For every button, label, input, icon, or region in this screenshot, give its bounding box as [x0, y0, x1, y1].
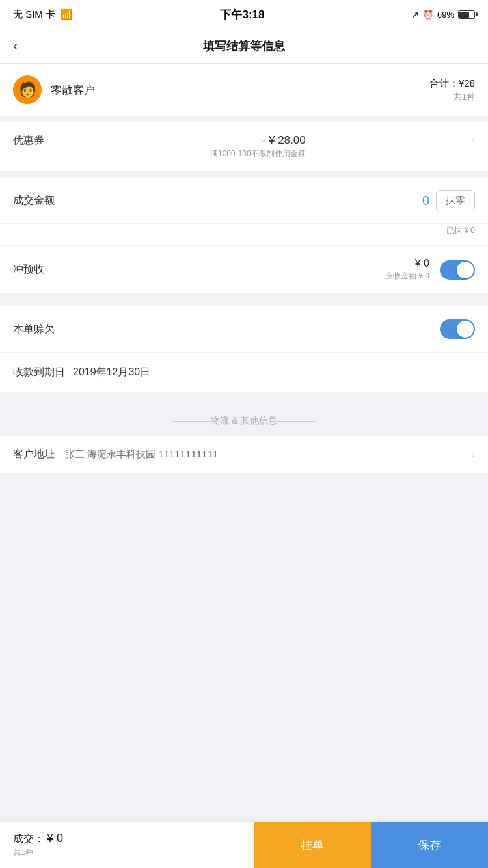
prepayment-row: 冲预收 ¥ 0 应收金额 ¥ 0 [0, 246, 488, 293]
address-value: 张三 海淀永丰科技园 11111111111 [65, 448, 461, 461]
prepayment-toggle[interactable] [440, 260, 475, 280]
divider-2 [0, 300, 488, 306]
avatar-icon: 🧑 [19, 81, 36, 98]
footer: 成交： ¥ 0 共1种 挂单 保存 [0, 821, 488, 868]
address-label: 客户地址 [13, 448, 55, 461]
footer-deal-label: 成交： [13, 832, 44, 846]
battery-icon [458, 10, 475, 19]
footer-info: 成交： ¥ 0 共1种 [0, 822, 254, 868]
prepayment-value: ¥ 0 [385, 258, 429, 269]
total-count: 共1种 [429, 91, 475, 103]
page-title: 填写结算等信息 [203, 38, 285, 54]
status-left: 无 SIM 卡 📶 [13, 8, 73, 21]
save-button[interactable]: 保存 [371, 822, 488, 868]
coupon-discount: - ¥ 28.00 [210, 134, 306, 147]
pending-button[interactable]: 挂单 [254, 822, 371, 868]
coupon-row[interactable]: 优惠券 - ¥ 28.00 满1000-100不限制使用金额 › [0, 122, 488, 172]
logistics-title: 物流 & 其他信息 [198, 415, 290, 427]
prepayment-label: 冲预收 [13, 263, 44, 277]
battery-percent: 69% [437, 10, 454, 20]
due-date-value: 2019年12月30日 [73, 366, 150, 379]
nav-bar: ‹ 填写结算等信息 [0, 29, 488, 64]
location-icon: ↗ [412, 10, 419, 20]
customer-left: 🧑 零散客户 [13, 75, 95, 104]
footer-count: 共1种 [13, 847, 241, 858]
deal-amount-row: 成交金额 0 抹零 [0, 178, 488, 224]
back-button[interactable]: ‹ [13, 35, 23, 57]
logistics-header: 物流 & 其他信息 [0, 405, 488, 436]
deal-label: 成交金额 [13, 194, 55, 208]
credit-toggle-knob [457, 321, 474, 338]
deal-right: 0 抹零 [410, 190, 475, 211]
coupon-chevron-icon: › [472, 134, 475, 146]
address-row[interactable]: 客户地址 张三 海淀永丰科技园 11111111111 › [0, 436, 488, 473]
credit-row: 本单赊欠 [0, 306, 488, 352]
carrier-label: 无 SIM 卡 [13, 8, 55, 21]
divider-1 [0, 172, 488, 178]
total-amount: 合计：¥28 [429, 77, 475, 90]
customer-row: 🧑 零散客户 合计：¥28 共1种 [0, 64, 488, 116]
due-date-label: 收款到期日 [13, 366, 65, 379]
deal-amount-value: 0 [410, 193, 429, 208]
credit-section: 本单赊欠 收款到期日 2019年12月30日 [0, 306, 488, 392]
footer-deal-amount: ¥ 0 [47, 832, 63, 845]
toggle-knob [457, 262, 474, 278]
status-right: ↗ ⏰ 69% [412, 10, 475, 20]
round-zero-button[interactable]: 抹零 [436, 190, 475, 211]
wifi-icon: 📶 [61, 8, 73, 20]
coupon-subtext: 满1000-100不限制使用金额 [210, 148, 306, 159]
coupon-section: 优惠券 - ¥ 28.00 满1000-100不限制使用金额 › [0, 122, 488, 172]
prepayment-subtext: 应收金额 ¥ 0 [385, 271, 429, 282]
credit-toggle[interactable] [440, 319, 475, 339]
due-date-row: 收款到期日 2019年12月30日 [0, 352, 488, 392]
deal-subtext: 已抹 ¥ 0 [446, 226, 475, 235]
bottom-spacer [0, 473, 488, 551]
customer-summary: 合计：¥28 共1种 [429, 77, 475, 103]
deal-section: 成交金额 0 抹零 已抹 ¥ 0 冲预收 ¥ 0 应收金额 ¥ 0 [0, 178, 488, 293]
status-time: 下午3:18 [220, 7, 264, 22]
coupon-label: 优惠券 [13, 134, 44, 148]
credit-label: 本单赊欠 [13, 323, 55, 336]
address-chevron-icon: › [472, 449, 475, 461]
main-content: 🧑 零散客户 合计：¥28 共1种 优惠券 - ¥ 28.00 满1000-10… [0, 64, 488, 551]
status-bar: 无 SIM 卡 📶 下午3:18 ↗ ⏰ 69% [0, 0, 488, 29]
customer-avatar: 🧑 [13, 75, 42, 104]
divider-3 [0, 399, 488, 405]
alarm-icon: ⏰ [423, 10, 433, 20]
customer-name: 零散客户 [51, 83, 95, 98]
